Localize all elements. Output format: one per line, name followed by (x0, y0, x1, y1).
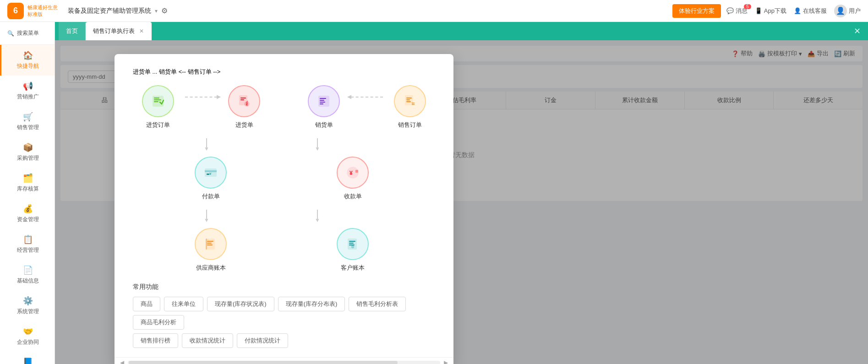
close-all-tabs-button[interactable]: ✕ (850, 24, 864, 38)
sales-bill-circle (308, 85, 340, 117)
service-icon: 👤 (794, 7, 801, 14)
tab-bar: 首页 销售订单执行表 ✕ ✕ (55, 22, 868, 40)
svg-rect-11 (320, 100, 324, 101)
system-title: 装备及固定资产辅助管理系统 (68, 7, 151, 15)
btn-sales-ranking[interactable]: 销售排行榜 (133, 333, 178, 348)
flow-item-purchase-bill[interactable]: ✓ 进货单 (219, 85, 269, 129)
flow-item-customer-ledger[interactable]: 客户账本 (328, 228, 378, 272)
sidebar-item-quick-nav[interactable]: 🏠 快捷导航 (0, 45, 55, 76)
top-bar: 6 畅康通好生意 标准版 装备及固定资产辅助管理系统 ▾ ⚙ 体验行业方案 💬 … (0, 0, 868, 22)
btn-product[interactable]: 商品 (133, 297, 160, 311)
btn-receipt-stats[interactable]: 收款情况统计 (182, 333, 233, 348)
common-buttons-row2: 销售排行榜 收款情况统计 付款情况统计 (133, 333, 435, 348)
scroll-left-icon[interactable]: ◀ (120, 359, 124, 364)
scrollbar-track[interactable] (128, 361, 440, 364)
sidebar-item-system[interactable]: ⚙️ 系统管理 (0, 290, 55, 321)
arrow-down-sales: ▼ (317, 138, 318, 147)
svg-rect-29 (207, 243, 212, 244)
sidebar-item-marketing[interactable]: 📢 营销推广 (0, 76, 55, 106)
home-icon: 🏠 (23, 50, 33, 60)
page-content: ❓ 帮助 🖨️ 按模板打印 ▾ 📤 导出 🔄 刷新 (55, 40, 868, 364)
btn-payment-stats[interactable]: 付款情况统计 (237, 333, 288, 348)
btn-contact[interactable]: 往来单位 (164, 297, 203, 311)
top-right-area: 💬 消息 5 📱 App下载 👤 在线客服 👤 用户 (726, 5, 861, 17)
purchase-order-circle (142, 85, 174, 117)
trial-button[interactable]: 体验行业方案 (672, 4, 721, 18)
flow-item-payment[interactable]: ¥ 付款单 (186, 157, 236, 201)
tab-home[interactable]: 首页 (59, 22, 86, 40)
svg-rect-5 (240, 98, 246, 98)
svg-rect-6 (240, 99, 244, 100)
gear-icon[interactable]: ⚙ (161, 6, 168, 15)
svg-rect-2 (154, 99, 161, 100)
svg-text:¥: ¥ (209, 172, 212, 176)
purchase-bill-circle: ✓ (228, 85, 260, 117)
tab-close-icon[interactable]: ✕ (139, 28, 144, 34)
doc-icon: 📄 (23, 265, 33, 275)
sidebar-item-basic-info[interactable]: 📄 基础信息 (0, 260, 55, 290)
flow-arrows-down-row: ▼ ▼ (133, 138, 435, 147)
btn-sales-margin-analysis[interactable]: 销售毛利分析表 (349, 297, 406, 311)
main-layout: 🔍 搜索菜单 🏠 快捷导航 📢 营销推广 🛒 销售管理 📦 (0, 22, 868, 364)
svg-rect-13 (320, 103, 323, 104)
sidebar-item-operation[interactable]: 📋 经营管理 (0, 229, 55, 260)
sales-order-circle (394, 85, 426, 117)
search-icon: 🔍 (7, 30, 14, 37)
svg-rect-30 (207, 244, 213, 245)
handshake-icon: 🤝 (23, 326, 33, 337)
user-menu[interactable]: 👤 用户 (834, 5, 861, 17)
search-menu-button[interactable]: 🔍 搜索菜单 (4, 27, 51, 40)
book-icon: 📘 (23, 357, 33, 364)
flow-item-receipt[interactable]: ¥ 收款单 (328, 157, 378, 201)
payment-circle: ¥ (195, 157, 227, 189)
system-dropdown-icon[interactable]: ▾ (155, 8, 158, 14)
sidebar-item-inventory[interactable]: 🗂️ 库存核算 (0, 168, 55, 198)
sidebar-label: 快捷导航 (17, 62, 39, 70)
scrollbar-area: ◀ ▶ (115, 357, 453, 364)
arrow-down-receipt: ▼ (317, 210, 318, 219)
sidebar-label: 采购管理 (17, 154, 39, 162)
system-title-area: 装备及固定资产辅助管理系统 ▾ ⚙ (68, 6, 667, 15)
svg-rect-35 (349, 244, 355, 245)
flow-row-3: 供应商账本 (133, 228, 435, 272)
sidebar-label: 企业协同 (17, 338, 39, 346)
flow-row-1: 进货订单 ▶ (133, 85, 435, 129)
sidebar-item-sales[interactable]: 🛒 销售管理 (0, 106, 55, 137)
flow-item-sales-bill[interactable]: 销货单 (299, 85, 349, 129)
btn-product-margin[interactable]: 商品毛利分析 (133, 315, 184, 330)
message-button[interactable]: 💬 消息 5 (726, 7, 748, 15)
flow-item-supplier-ledger[interactable]: 供应商账本 (186, 228, 236, 272)
settings-icon: ⚙️ (23, 296, 33, 306)
report-icon: 📋 (23, 234, 33, 244)
tab-sales-order[interactable]: 销售订单执行表 ✕ (86, 22, 152, 40)
scroll-right-icon[interactable]: ▶ (444, 359, 448, 364)
svg-rect-17 (406, 101, 411, 102)
sidebar-label: 经营管理 (17, 246, 39, 254)
common-section: 常用功能 商品 往来单位 现存量(库存状况表) 现存量(库存分布表) 销售毛利分… (133, 283, 435, 348)
app-download-button[interactable]: 📱 App下载 (755, 7, 786, 15)
receipt-circle: ¥ (337, 157, 369, 189)
svg-rect-34 (349, 243, 354, 244)
sidebar-label: 系统管理 (17, 308, 39, 315)
svg-rect-15 (406, 98, 412, 98)
app-container: 6 畅康通好生意 标准版 装备及固定资产辅助管理系统 ▾ ⚙ 体验行业方案 💬 … (0, 0, 868, 364)
sidebar-item-newbie[interactable]: 📘 新手引导 (0, 352, 55, 364)
svg-rect-1 (154, 98, 159, 98)
flow-item-purchase-order[interactable]: 进货订单 (133, 85, 183, 129)
svg-rect-12 (320, 102, 325, 103)
customer-ledger-circle (337, 228, 369, 260)
sidebar-item-enterprise[interactable]: 🤝 企业协同 (0, 321, 55, 352)
sidebar-item-purchase[interactable]: 📦 采购管理 (0, 137, 55, 168)
flow-section: 进货单 ... 销货单 <-- 销售订单 --> (133, 68, 435, 272)
flow-item-sales-order[interactable]: 销售订单 (385, 85, 435, 129)
sidebar-item-finance[interactable]: 💰 资金管理 (0, 198, 55, 229)
btn-stock-status[interactable]: 现存量(库存状况表) (207, 297, 274, 311)
sidebar-label: 资金管理 (17, 216, 39, 223)
flow-row-2: ¥ 付款单 (133, 157, 435, 201)
online-service-button[interactable]: 👤 在线客服 (794, 7, 827, 15)
logo-icon: 6 (7, 3, 24, 19)
scrollbar-thumb[interactable] (129, 361, 398, 364)
svg-rect-26 (355, 170, 358, 173)
modal-overlay[interactable]: 进货单 ... 销货单 <-- 销售订单 --> (55, 40, 868, 364)
btn-stock-dist[interactable]: 现存量(库存分布表) (278, 297, 345, 311)
